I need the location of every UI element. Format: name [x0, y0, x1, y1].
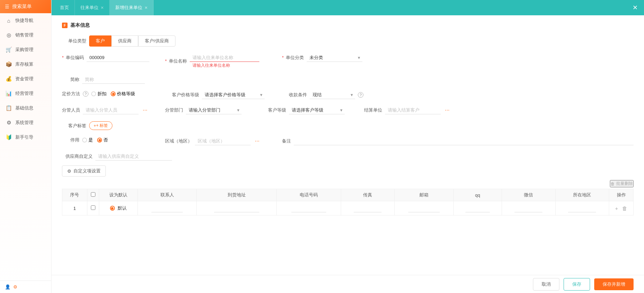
row-contact [138, 201, 196, 215]
radio-discount-circle [91, 91, 96, 96]
batch-delete-button[interactable]: 🗑 批量删除 [610, 180, 634, 187]
user-icon: 👤 [5, 284, 10, 290]
radio-no[interactable]: 否 [97, 137, 108, 143]
default-radio[interactable] [110, 206, 115, 211]
sidebar-item-sales[interactable]: ◎ 销售管理 [0, 28, 51, 42]
short-name-input[interactable] [82, 75, 145, 84]
search-menu-button[interactable]: ☰ 搜索菜单 [0, 0, 51, 13]
col-wechat: 微信 [502, 189, 555, 201]
custom-settings-button[interactable]: ⚙ 自定义项设置 [62, 165, 106, 177]
customer-level-group: 客户等级 请选择客户等级 ▼ [268, 106, 359, 114]
select-all-checkbox[interactable] [91, 192, 95, 197]
wechat-input[interactable] [515, 204, 542, 212]
row-default: 默认 [99, 201, 138, 215]
row-checkbox[interactable] [91, 205, 95, 210]
radio-yes[interactable]: 是 [82, 137, 93, 143]
unit-name-error: 请输入往来单位名称 [193, 63, 259, 68]
sidebar-item-finance[interactable]: 💰 资金管理 [0, 72, 51, 86]
unit-btn-customer[interactable]: 客户 [89, 35, 111, 47]
settlement-unit-input[interactable] [385, 106, 441, 114]
tab-partner-list[interactable]: 往来单位 ✕ [75, 0, 110, 15]
tab-new-partner[interactable]: 新增往来单位 ✕ [110, 0, 154, 15]
unit-category-select-wrapper: 未分类 ▼ [307, 54, 362, 62]
unit-category-group: * 单位分类 未分类 ▼ [282, 54, 379, 62]
sidebar-item-guide[interactable]: 🔰 新手引导 [0, 130, 51, 145]
unit-code-input[interactable] [87, 54, 149, 62]
save-new-button[interactable]: 保存并新增 [594, 278, 634, 290]
add-row-button[interactable]: + [614, 205, 620, 211]
payment-terms-label: 收款条件 [289, 92, 307, 98]
short-name-group: 简称 [62, 75, 159, 84]
dept-select[interactable]: 请输入分管部门 [186, 106, 242, 114]
tab-new-partner-close[interactable]: ✕ [144, 6, 148, 10]
window-close-button[interactable]: ✕ [629, 4, 641, 11]
sidebar-item-quick-nav[interactable]: ⌂ 快捷导航 [0, 13, 51, 28]
phone-input[interactable] [291, 204, 326, 212]
dept-group: 分管部门 请输入分管部门 ▼ [165, 106, 262, 114]
manager-more-button[interactable]: ··· [141, 107, 149, 113]
sidebar-item-purchase[interactable]: 🛒 采购管理 [0, 42, 51, 57]
unit-category-select[interactable]: 未分类 [307, 54, 362, 62]
col-qq: qq [454, 189, 502, 201]
sidebar-item-operations[interactable]: 📊 经营管理 [0, 86, 51, 101]
pricing-help-icon[interactable]: ? [83, 91, 88, 97]
area-group: 区域（地区） ··· [165, 137, 276, 145]
sidebar: ☰ 搜索菜单 ⌂ 快捷导航 ◎ 销售管理 🛒 采购管理 📦 库存核算 💰 资金管… [0, 0, 52, 293]
unit-name-input-wrapper: 请输入往来单位名称 [190, 54, 259, 68]
save-button[interactable]: 保存 [564, 278, 590, 291]
unit-btn-both[interactable]: 客户/供应商 [138, 35, 175, 47]
short-name-row: 简称 [62, 75, 634, 84]
remark-input[interactable] [294, 137, 634, 145]
payment-terms-help-icon[interactable]: ? [358, 92, 363, 98]
customer-level-label: 客户等级 [268, 107, 286, 113]
unit-name-group: * 单位名称 请输入往来单位名称 [165, 54, 276, 68]
delete-row-button[interactable]: 🗑 [621, 205, 629, 211]
area-label: 区域（地区） [165, 138, 192, 144]
sidebar-item-basic-info[interactable]: 📋 基础信息 [0, 101, 51, 115]
main-content: 首页 往来单位 ✕ 新增往来单位 ✕ ✕ F 基本信息 单位类型 客户 供应商 [52, 0, 644, 293]
unit-type-group: 单位类型 客户 供应商 客户/供应商 [62, 35, 634, 47]
fax-input[interactable] [354, 204, 382, 212]
payment-terms-group: 收款条件 现结 ▼ ? [289, 91, 386, 99]
area-input[interactable] [195, 137, 251, 145]
qq-input[interactable] [465, 204, 490, 212]
cancel-button[interactable]: 取消 [533, 278, 559, 291]
payment-terms-select[interactable]: 现结 [310, 91, 355, 99]
disable-group: 停用 是 否 [62, 137, 159, 143]
tab-home-label: 首页 [60, 5, 69, 11]
disable-label: 停用 [62, 137, 79, 143]
tab-partner-list-close[interactable]: ✕ [101, 6, 104, 10]
unit-name-label: * 单位名称 [165, 58, 187, 64]
finance-icon: 💰 [6, 76, 12, 82]
address-input[interactable] [214, 204, 259, 212]
sidebar-item-label: 新手引导 [15, 134, 33, 140]
section-header: F 基本信息 [62, 22, 634, 29]
add-tag-button[interactable]: + + 标签 [89, 121, 112, 130]
sidebar-item-system[interactable]: ⚙ 系统管理 [0, 115, 51, 130]
sidebar-bottom[interactable]: 👤 ⚙ [0, 280, 51, 293]
email-input[interactable] [408, 204, 440, 212]
unit-name-input[interactable] [190, 54, 259, 62]
row-wechat [502, 201, 555, 215]
inventory-icon: 📦 [6, 61, 12, 67]
sidebar-item-label: 销售管理 [15, 32, 33, 38]
customer-level-select[interactable]: 请选择客户等级 [289, 106, 345, 114]
settlement-more-button[interactable]: ··· [443, 107, 451, 113]
customer-price-level-select[interactable]: 请选择客户价格等级 [202, 91, 265, 99]
tab-home[interactable]: 首页 [54, 0, 75, 15]
col-contact: 联系人 [138, 189, 196, 201]
manager-input[interactable] [83, 106, 139, 114]
contact-input[interactable] [151, 204, 183, 212]
sidebar-item-label: 基础信息 [15, 105, 33, 111]
vendor-custom-input[interactable] [95, 152, 172, 161]
unit-btn-supplier[interactable]: 供应商 [111, 35, 138, 47]
radio-discount[interactable]: 折扣 [91, 91, 107, 97]
area-more-button[interactable]: ··· [253, 138, 261, 144]
table-row: 1 默认 [62, 201, 634, 215]
radio-price-level[interactable]: 价格等级 [111, 91, 135, 97]
region-input[interactable] [568, 204, 596, 212]
radio-yes-circle [82, 138, 87, 143]
unit-code-group: * 单位编码 [62, 54, 159, 62]
sidebar-item-label: 采购管理 [15, 47, 33, 53]
sidebar-item-inventory[interactable]: 📦 库存核算 [0, 57, 51, 72]
